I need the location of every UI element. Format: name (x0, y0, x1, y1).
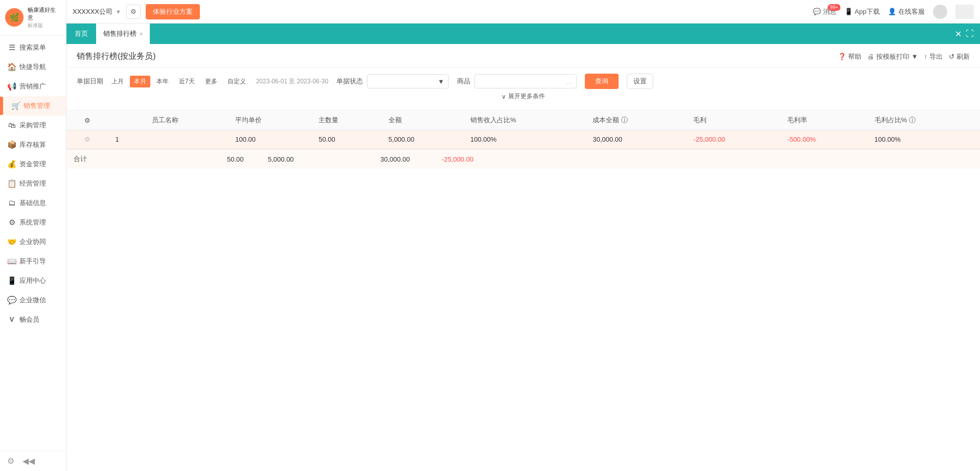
footer-gross-profit-cell: -25,000.00 (442, 155, 473, 163)
header-settings-button[interactable]: ⚙ (126, 5, 141, 19)
query-button[interactable]: 查询 (585, 74, 619, 89)
goods-value (479, 77, 486, 86)
col-rank (108, 110, 145, 130)
gear-icon: ⚙ (130, 8, 136, 15)
export-button[interactable]: ↑ 导出 (924, 52, 943, 61)
page-header: 销售排行榜(按业务员) ❓ 帮助 🖨 按模板打印 ▼ ↑ 导出 (66, 44, 980, 68)
tab-expand-icon[interactable]: ⛶ (966, 29, 974, 38)
expand-more-button[interactable]: ∨ 展开更多条件 (77, 89, 970, 104)
tab-close-all-icon[interactable]: ✕ (955, 29, 962, 39)
row-sales-pct-cell: 100.00% (463, 130, 586, 149)
date-tab-more[interactable]: 更多 (201, 76, 221, 87)
goods-input[interactable]: ... (474, 74, 577, 88)
row-gross-pct-cell: 100.00% (868, 130, 980, 149)
funds-icon: 💰 (7, 160, 16, 169)
status-chevron-icon: ▼ (438, 78, 444, 85)
message-badge: 99+ (828, 4, 840, 11)
sidebar-item-purchase[interactable]: 🛍 采购管理 (0, 116, 66, 135)
online-service-button[interactable]: 👤 在线客服 (888, 7, 925, 16)
marketing-icon: 📢 (7, 82, 16, 91)
sidebar-item-app-center[interactable]: 📱 应用中心 (0, 271, 66, 290)
main-area: XXXXXX公司 ▼ ⚙ 体验行业方案 💬 消息 99+ 📱 App下载 👤 在… (66, 0, 980, 471)
sidebar-item-wechat[interactable]: 💬 企业微信 (0, 290, 66, 310)
company-chevron-icon: ▼ (116, 9, 121, 15)
sidebar-item-marketing[interactable]: 📢 营销推广 (0, 77, 66, 96)
date-range-display: 2023-06-01 至 2023-06-30 (256, 77, 328, 86)
col-gross-pct: 毛利占比% ⓘ (868, 110, 980, 130)
enterprise-icon: 🤝 (7, 237, 16, 246)
date-tab-last-month[interactable]: 上月 (107, 76, 128, 87)
col-name: 员工名称 (145, 110, 228, 130)
operations-icon: 📋 (7, 179, 16, 188)
sidebar-item-quick-nav[interactable]: 🏠 快捷导航 (0, 57, 66, 77)
bottom-settings-icon[interactable]: ⚙ (7, 456, 14, 466)
sidebar-item-funds[interactable]: 💰 资金管理 (0, 154, 66, 174)
table-area: ⚙ 员工名称 平均单价 主数量 全额 销售收入占比% 成本全额 ⓘ 毛利 毛利率… (66, 110, 980, 471)
table-body: ⚙ 1 100.00 50.00 5,000.00 100.00% 30,000… (66, 130, 980, 149)
status-value (372, 77, 378, 86)
date-tab-7days[interactable]: 近7天 (175, 76, 199, 87)
sidebar-item-system[interactable]: ⚙ 系统管理 (0, 213, 66, 232)
col-amount: 全额 (381, 110, 463, 130)
help-button[interactable]: ❓ 帮助 (838, 52, 861, 61)
template-print-button[interactable]: 🖨 按模板打印 ▼ (868, 52, 918, 61)
date-label: 单据日期 (77, 77, 103, 86)
inventory-icon: 📦 (7, 140, 16, 149)
goods-filter-group: 商品 ... (457, 74, 577, 88)
sidebar-item-inventory[interactable]: 📦 库存核算 (0, 135, 66, 154)
table-header: ⚙ 员工名称 平均单价 主数量 全额 销售收入占比% 成本全额 ⓘ 毛利 毛利率… (66, 110, 980, 130)
message-button[interactable]: 💬 消息 99+ (813, 7, 836, 16)
purchase-icon: 🛍 (7, 121, 16, 129)
sidebar-item-member[interactable]: V 畅会员 (0, 310, 66, 329)
page-actions: ❓ 帮助 🖨 按模板打印 ▼ ↑ 导出 ↺ 刷新 (838, 52, 970, 61)
sidebar-item-base-info[interactable]: 🗂 基础信息 (0, 193, 66, 213)
print-chevron-icon: ▼ (911, 53, 918, 60)
row-gross-rate-cell: -500.00% (780, 130, 867, 149)
col-sales-pct: 销售收入占比% (463, 110, 586, 130)
row-settings-cell[interactable]: ⚙ (66, 130, 108, 149)
system-icon: ⚙ (7, 218, 16, 227)
sidebar-item-operations[interactable]: 📋 经营管理 (0, 174, 66, 193)
sidebar: 🌿 畅康通好生意 标准版 ☰ 搜索菜单 🏠 快捷导航 📢 营销推广 🛒 销售管理… (0, 0, 66, 471)
home-icon: 🏠 (7, 62, 16, 72)
col-gross-rate: 毛利率 (780, 110, 867, 130)
app-download-button[interactable]: 📱 App下载 (845, 7, 880, 16)
goods-label: 商品 (457, 77, 470, 86)
row-gross-profit-cell: -25,000.00 (686, 130, 780, 149)
company-selector[interactable]: XXXXXX公司 ▼ (73, 7, 121, 16)
user-avatar[interactable] (933, 5, 947, 19)
row-avg-price-cell: 100.00 (228, 130, 311, 149)
col-settings: ⚙ (66, 110, 108, 130)
footer-label: 合计 (74, 154, 176, 164)
row-quantity-cell: 50.00 (311, 130, 381, 149)
bottom-collapse-icon[interactable]: ◀◀ (22, 456, 35, 466)
date-tab-this-year[interactable]: 本年 (152, 76, 173, 87)
header-right: 💬 消息 99+ 📱 App下载 👤 在线客服 (813, 5, 974, 19)
sidebar-item-guide[interactable]: 📖 新手引导 (0, 252, 66, 271)
date-tab-custom[interactable]: 自定义 (223, 76, 250, 87)
row-cost-amount-cell: 30,000.00 (585, 130, 686, 149)
tab-bar: 首页 销售排行榜 × ✕ ⛶ (66, 24, 980, 44)
page-content: 销售排行榜(按业务员) ❓ 帮助 🖨 按模板打印 ▼ ↑ 导出 (66, 44, 980, 471)
page-title: 销售排行榜(按业务员) (77, 51, 156, 62)
search-order-icon: ☰ (7, 43, 16, 52)
filter-settings-button[interactable]: 设置 (627, 74, 653, 89)
refresh-button[interactable]: ↺ 刷新 (949, 52, 970, 61)
home-tab[interactable]: 首页 (66, 24, 96, 44)
sales-ranking-tab[interactable]: 销售排行榜 × (96, 24, 150, 44)
tab-close-icon[interactable]: × (140, 31, 143, 37)
sales-expand-arrow[interactable] (0, 97, 3, 115)
sidebar-item-enterprise[interactable]: 🤝 企业协同 (0, 232, 66, 252)
sales-icon: 🛒 (11, 101, 20, 110)
status-select[interactable]: ▼ (367, 74, 449, 88)
date-tab-this-month[interactable]: 本月 (130, 76, 150, 87)
sidebar-item-search-order[interactable]: ☰ 搜索菜单 (0, 38, 66, 57)
refresh-icon: ↺ (949, 53, 954, 60)
app-icon: 📱 (845, 8, 853, 15)
row-name-cell (145, 130, 228, 149)
footer-amount-cell: 5,000.00 (268, 155, 319, 163)
date-filter-group: 单据日期 上月 本月 本年 近7天 更多 自定义 2023-06-01 至 20… (77, 76, 328, 87)
help-icon: ❓ (838, 53, 846, 60)
sidebar-item-sales[interactable]: 🛒 销售管理 (0, 96, 66, 116)
trial-button[interactable]: 体验行业方案 (146, 4, 200, 19)
